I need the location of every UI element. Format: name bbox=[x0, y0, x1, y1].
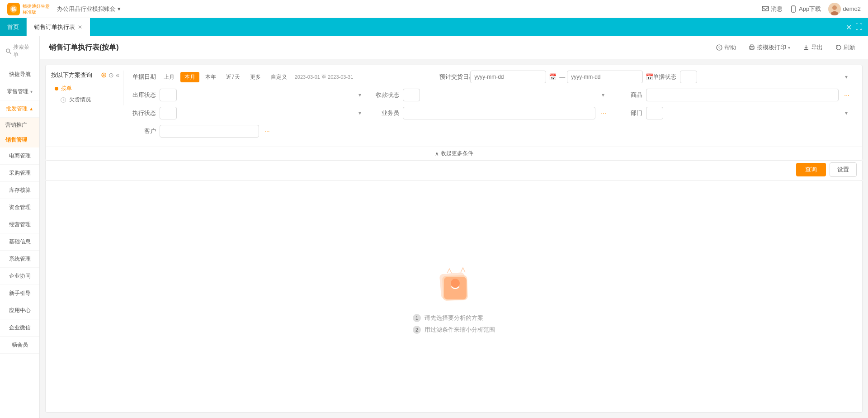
date-separator: — bbox=[559, 74, 565, 81]
edit-scheme-button[interactable]: ⊙ bbox=[108, 71, 114, 79]
enterprise-label: 企业协同 bbox=[9, 273, 31, 279]
sidebar-item-system[interactable]: 系统管理 bbox=[0, 251, 39, 268]
sidebar-item-sales[interactable]: 销售管理 bbox=[0, 133, 39, 147]
tab-sales-exec-label: 销售订单执行表 bbox=[34, 23, 75, 31]
svg-rect-2 bbox=[762, 6, 769, 11]
app-download-label: App下载 bbox=[799, 5, 821, 13]
svg-rect-15 bbox=[804, 49, 808, 50]
date-pill-this-year[interactable]: 本年 bbox=[201, 72, 220, 82]
message-button[interactable]: 消息 bbox=[762, 5, 783, 13]
sidebar-search-area: 搜索菜单 bbox=[0, 36, 39, 66]
system-label: 系统管理 bbox=[9, 256, 31, 262]
tab-home[interactable]: 首页 bbox=[0, 18, 27, 36]
print-icon bbox=[749, 44, 755, 51]
tab-close-icon[interactable]: ✕ bbox=[78, 24, 82, 30]
message-icon bbox=[762, 5, 769, 13]
exec-status-select-wrap bbox=[160, 107, 365, 119]
collapse-scheme-button[interactable]: « bbox=[116, 71, 119, 79]
search-menu-item[interactable]: 搜索菜单 bbox=[4, 40, 36, 62]
inventory-label: 库存核算 bbox=[9, 187, 31, 193]
sidebar-item-purchase[interactable]: 采购管理 bbox=[0, 165, 39, 182]
receipt-status-select[interactable] bbox=[403, 89, 420, 101]
nav-tabs: 首页 销售订单执行表 ✕ ✕ ⛶ bbox=[0, 18, 868, 36]
sidebar-item-operation[interactable]: 经营管理 bbox=[0, 216, 39, 233]
refresh-icon bbox=[835, 44, 842, 51]
sidebar-item-appstore[interactable]: 应用中心 bbox=[0, 302, 39, 319]
company-select[interactable]: 办公用品行业模拟账套 ▾ bbox=[53, 4, 124, 14]
doc-status-select[interactable] bbox=[680, 71, 697, 83]
filter-panel: 按以下方案查询 ⊕ ⊙ « 按单 欠货情况 bbox=[45, 65, 863, 161]
user-menu[interactable]: demo2 bbox=[828, 3, 861, 15]
goods-field: 商品 ··· bbox=[615, 89, 851, 101]
goods-input[interactable] bbox=[646, 89, 839, 101]
scheme-item-by-order[interactable]: 按单 bbox=[51, 83, 119, 94]
sidebar-item-retail[interactable]: 零售管理 ▾ bbox=[0, 83, 39, 100]
sidebar-item-basic[interactable]: 基础信息 bbox=[0, 233, 39, 251]
close-window-button[interactable]: ✕ bbox=[846, 23, 852, 32]
query-button[interactable]: 查询 bbox=[796, 163, 826, 176]
collapse-arrow-icon: ∧ bbox=[435, 151, 439, 157]
customer-more-icon[interactable]: ··· bbox=[263, 128, 272, 135]
receipt-status-label: 收款状态 bbox=[372, 91, 399, 99]
sidebar-item-ecommerce[interactable]: 电商管理 bbox=[0, 147, 39, 165]
empty-tip-2: 2 用过滤条件来缩小分析范围 bbox=[413, 326, 495, 334]
date-pill-more[interactable]: 更多 bbox=[246, 72, 265, 82]
export-label: 导出 bbox=[811, 43, 823, 52]
empty-illustration bbox=[431, 260, 476, 305]
company-arrow-icon: ▾ bbox=[118, 5, 121, 12]
sidebar-item-finance[interactable]: 资金管理 bbox=[0, 199, 39, 216]
date-field: 单据日期 上月 本月 本年 近7天 更多 自定义 2023-03-01 至 20… bbox=[129, 72, 432, 82]
calendar-start-icon[interactable]: 📅 bbox=[548, 73, 557, 81]
date-pill-custom[interactable]: 自定义 bbox=[267, 72, 291, 82]
collapse-bar[interactable]: ∧ 收起更多条件 bbox=[46, 147, 862, 160]
customer-input[interactable] bbox=[160, 125, 259, 138]
ship-status-select[interactable] bbox=[160, 89, 177, 101]
main-layout: 搜索菜单 快捷导航 零售管理 ▾ 批发管理 ▲ 营销推广 销售管理 电商管理 采… bbox=[0, 36, 868, 418]
date-pill-7days[interactable]: 近7天 bbox=[222, 72, 244, 82]
appstore-label: 应用中心 bbox=[9, 307, 31, 314]
print-arrow-icon: ▾ bbox=[788, 45, 790, 50]
receipt-status-select-wrap bbox=[403, 89, 608, 101]
doc-status-field: 单据状态 bbox=[649, 71, 851, 83]
expected-date-end-input[interactable] bbox=[567, 71, 643, 83]
logo-icon: 畅 bbox=[7, 3, 20, 15]
sidebar-item-wechat[interactable]: 企业微信 bbox=[0, 319, 39, 337]
settings-button[interactable]: 设置 bbox=[830, 162, 857, 177]
export-button[interactable]: 导出 bbox=[799, 42, 826, 53]
tab-sales-exec[interactable]: 销售订单执行表 ✕ bbox=[27, 18, 90, 36]
maximize-button[interactable]: ⛶ bbox=[855, 23, 863, 31]
sidebar-item-marketing[interactable]: 营销推广 bbox=[0, 118, 39, 133]
dept-select[interactable] bbox=[646, 107, 663, 119]
sidebar-item-enterprise[interactable]: 企业协同 bbox=[0, 268, 39, 285]
sidebar-item-newbie[interactable]: 新手引导 bbox=[0, 285, 39, 302]
salesperson-input[interactable] bbox=[403, 107, 595, 119]
empty-state: 1 请先选择要分析的方案 2 用过滤条件来缩小分析范围 bbox=[45, 181, 863, 413]
refresh-button[interactable]: 刷新 bbox=[832, 42, 859, 53]
print-button[interactable]: 按模板打印 ▾ bbox=[745, 42, 794, 53]
top-bar: 畅 畅捷通好生意 标准版 办公用品行业模拟账套 ▾ 消息 App下载 demo2 bbox=[0, 0, 868, 18]
salesperson-more-icon[interactable]: ··· bbox=[599, 109, 608, 117]
purchase-label: 采购管理 bbox=[9, 170, 31, 176]
wholesale-label: 批发管理 bbox=[6, 105, 28, 112]
expected-date-start-input[interactable] bbox=[470, 71, 546, 83]
exec-status-select[interactable] bbox=[160, 107, 177, 119]
member-label: 畅会员 bbox=[12, 342, 28, 348]
add-scheme-button[interactable]: ⊕ bbox=[101, 71, 107, 79]
sidebar-item-member[interactable]: 畅会员 bbox=[0, 337, 39, 354]
by-order-label: 按单 bbox=[61, 85, 72, 92]
svg-point-4 bbox=[793, 10, 794, 11]
sidebar-item-inventory[interactable]: 库存核算 bbox=[0, 182, 39, 199]
scheme-item-by-debt[interactable]: 欠货情况 bbox=[51, 94, 119, 105]
help-icon: ? bbox=[716, 44, 722, 51]
message-label: 消息 bbox=[771, 5, 783, 13]
help-button[interactable]: ? 帮助 bbox=[712, 42, 740, 53]
date-pill-this-month[interactable]: 本月 bbox=[180, 72, 199, 82]
page-actions: ? 帮助 按模板打印 ▾ 导出 刷新 bbox=[712, 42, 859, 53]
marketing-label: 营销推广 bbox=[5, 122, 27, 128]
goods-more-icon[interactable]: ··· bbox=[842, 91, 851, 99]
date-pill-last-month[interactable]: 上月 bbox=[160, 72, 179, 82]
doc-status-select-wrap bbox=[680, 71, 851, 83]
sidebar-item-wholesale[interactable]: 批发管理 ▲ bbox=[0, 100, 39, 118]
app-download-button[interactable]: App下载 bbox=[790, 5, 821, 13]
sidebar-item-shortcut[interactable]: 快捷导航 bbox=[0, 66, 39, 83]
